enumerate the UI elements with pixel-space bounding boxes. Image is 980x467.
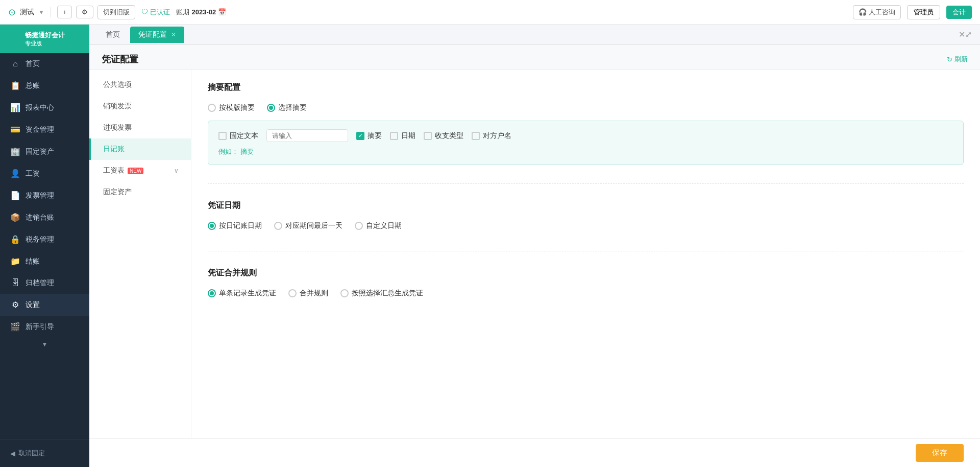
add-button[interactable]: + xyxy=(57,6,72,18)
company-name: ⊙ 测试 ▼ xyxy=(8,7,44,18)
tax-icon: 🔒 xyxy=(10,235,20,244)
sidebar-item-payroll[interactable]: 👤 工资 xyxy=(0,162,89,184)
company-icon: ⊙ xyxy=(8,7,16,18)
asset-icon: 🏢 xyxy=(10,147,20,156)
radio-select[interactable]: 选择摘要 xyxy=(267,103,307,112)
calendar-icon[interactable]: 📅 xyxy=(218,8,226,16)
page-title: 凭证配置 xyxy=(102,53,138,65)
sidebar-item-asset[interactable]: 🏢 固定资产 xyxy=(0,141,89,162)
new-badge: NEW xyxy=(128,168,143,174)
topbar-actions: + ⚙ 切到旧版 xyxy=(57,5,136,19)
sidebar-item-sales[interactable]: 📦 进销台账 xyxy=(0,206,89,228)
radio-select-summary-circle xyxy=(340,289,349,297)
radio-template-circle xyxy=(208,104,216,112)
dropdown-icon[interactable]: ▼ xyxy=(38,9,44,16)
page-content: 凭证配置 ↻ 刷新 公共选项 销项发票 进项发票 日记账 工资表 NEW xyxy=(89,45,980,467)
inner-layout: 公共选项 销项发票 进项发票 日记账 工资表 NEW ∨ 固定资产 摘要配置 xyxy=(89,70,980,438)
tab-close-icon[interactable]: ✕ xyxy=(171,31,176,38)
left-nav: 公共选项 销项发票 进项发票 日记账 工资表 NEW ∨ 固定资产 xyxy=(89,70,191,438)
sidebar-item-close[interactable]: 📁 结账 xyxy=(0,250,89,272)
radio-custom-date-circle xyxy=(355,222,363,230)
merge-title: 凭证合并规则 xyxy=(208,268,964,278)
radio-select-circle xyxy=(267,104,275,112)
sidebar-logo: 畅捷通好会计 专业版 xyxy=(0,25,89,53)
tab-bar: 首页 凭证配置 ✕ ✕ ⤢ xyxy=(89,25,980,45)
report-icon: 📊 xyxy=(10,103,20,112)
settings-icon: ⚙ xyxy=(10,300,20,310)
consult-button[interactable]: 🎧 人工咨询 xyxy=(853,5,901,19)
divider xyxy=(51,7,51,17)
radio-diary-date-circle xyxy=(208,222,216,230)
nav-public[interactable]: 公共选项 xyxy=(89,74,191,96)
refresh-button[interactable]: ↻ 刷新 xyxy=(947,55,968,64)
fixed-text-input[interactable] xyxy=(266,129,348,142)
maximize-window-button[interactable]: ⤢ xyxy=(965,30,972,39)
radio-period-last[interactable]: 对应期间最后一天 xyxy=(274,221,342,230)
checkbox-date[interactable]: 日期 xyxy=(390,131,415,141)
radio-merge-rule[interactable]: 合并规则 xyxy=(288,289,328,298)
cancel-pin-button[interactable]: ◀ 取消固定 xyxy=(0,443,89,463)
guide-icon: 🎬 xyxy=(10,322,20,332)
sidebar-item-report[interactable]: 📊 报表中心 xyxy=(0,97,89,119)
checkbox-summary[interactable]: ✓ 摘要 xyxy=(356,131,382,141)
merge-radio-group: 单条记录生成凭证 合并规则 按照选择汇总生成凭证 xyxy=(208,289,964,298)
radio-period-last-circle xyxy=(274,222,282,230)
sidebar-item-archive[interactable]: 🗄 归档管理 xyxy=(0,272,89,294)
sidebar-item-ledger[interactable]: 📋 总账 xyxy=(0,75,89,97)
nav-diary[interactable]: 日记账 xyxy=(89,138,191,160)
settings-button[interactable]: ⚙ xyxy=(76,6,93,18)
save-button[interactable]: 保存 xyxy=(916,444,964,462)
sidebar-item-tax[interactable]: 🔒 税务管理 xyxy=(0,228,89,250)
radio-single[interactable]: 单条记录生成凭证 xyxy=(208,289,276,298)
sidebar-item-invoice[interactable]: 📄 发票管理 xyxy=(0,184,89,206)
radio-custom-date[interactable]: 自定义日期 xyxy=(355,221,402,230)
refresh-icon: ↻ xyxy=(947,56,952,63)
checkbox-fixed-text[interactable]: 固定文本 xyxy=(218,131,258,141)
checkbox-fixed-text-box xyxy=(218,132,227,140)
nav-payroll-table[interactable]: 工资表 NEW ∨ xyxy=(89,160,191,181)
fund-icon: 💳 xyxy=(10,125,20,134)
radio-diary-date[interactable]: 按日记账日期 xyxy=(208,221,262,230)
ledger-icon: 📋 xyxy=(10,81,20,90)
nav-fixed-assets[interactable]: 固定资产 xyxy=(89,181,191,203)
user-button[interactable]: 管理员 xyxy=(907,5,940,19)
collapse-icon[interactable]: ∨ xyxy=(174,167,179,174)
radio-select-summary[interactable]: 按照选择汇总生成凭证 xyxy=(340,289,423,298)
page-header: 凭证配置 ↻ 刷新 xyxy=(89,45,980,70)
role-button[interactable]: 会计 xyxy=(946,6,972,19)
summary-section: 摘要配置 按模版摘要 选择摘要 xyxy=(208,82,964,184)
sidebar-item-home[interactable]: ⌂ 首页 xyxy=(0,53,89,75)
certified-status: 🛡 已认证 xyxy=(141,8,170,17)
home-icon: ⌂ xyxy=(10,59,20,68)
close-account-icon: 📁 xyxy=(10,256,20,266)
sidebar-item-guide[interactable]: 🎬 新手引导 xyxy=(0,316,89,338)
close-window-button[interactable]: ✕ xyxy=(959,30,965,39)
sidebar-scroll-down[interactable]: ▼ xyxy=(0,338,89,350)
radio-template[interactable]: 按模版摘要 xyxy=(208,103,255,112)
content-area: 首页 凭证配置 ✕ ✕ ⤢ 凭证配置 ↻ 刷新 xyxy=(89,25,980,467)
headset-icon: 🎧 xyxy=(859,8,867,16)
sidebar: 畅捷通好会计 专业版 ⌂ 首页 📋 总账 📊 报表中心 💳 资金管理 🏢 固定资… xyxy=(0,25,89,467)
tab-voucher-config[interactable]: 凭证配置 ✕ xyxy=(130,27,184,43)
nav-purchase-invoice[interactable]: 进项发票 xyxy=(89,117,191,138)
date-title: 凭证日期 xyxy=(208,200,964,211)
pin-icon: ◀ xyxy=(10,450,15,457)
shield-icon: 🛡 xyxy=(141,8,148,16)
period-display: 账期 2023-02 📅 xyxy=(176,8,226,17)
topbar-right: 🎧 人工咨询 管理员 会计 xyxy=(853,5,972,19)
invoice-icon: 📄 xyxy=(10,191,20,200)
summary-options-row: 固定文本 ✓ 摘要 日期 xyxy=(218,129,953,142)
merge-section: 凭证合并规则 单条记录生成凭证 合并规则 xyxy=(208,268,964,318)
sidebar-item-settings[interactable]: ⚙ 设置 xyxy=(0,294,89,316)
tab-home[interactable]: 首页 xyxy=(97,27,128,43)
right-content: 摘要配置 按模版摘要 选择摘要 xyxy=(191,70,980,438)
checkbox-income-type[interactable]: 收支类型 xyxy=(424,131,463,141)
nav-sales-invoice[interactable]: 销项发票 xyxy=(89,96,191,117)
sidebar-item-fund[interactable]: 💳 资金管理 xyxy=(0,119,89,141)
window-controls: ✕ ⤢ xyxy=(959,30,972,39)
date-radio-group: 按日记账日期 对应期间最后一天 自定义日期 xyxy=(208,221,964,230)
switch-version-button[interactable]: 切到旧版 xyxy=(97,5,135,19)
date-section: 凭证日期 按日记账日期 对应期间最后一天 xyxy=(208,200,964,251)
payroll-icon: 👤 xyxy=(10,169,20,178)
checkbox-counterpart[interactable]: 对方户名 xyxy=(472,131,511,141)
